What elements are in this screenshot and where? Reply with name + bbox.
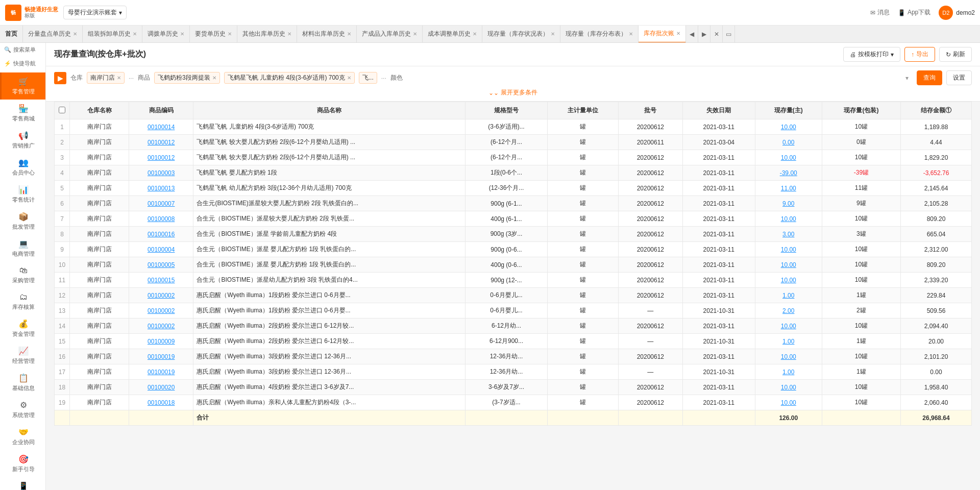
warehouse-dots[interactable]: ··· — [129, 75, 134, 82]
tab-close-btn[interactable]: ✕ — [710, 26, 723, 43]
sidebar-item-app-center[interactable]: 📱 应用中心 — [0, 477, 45, 490]
row-name: 合生元（BIOSTIME）派星幼儿配方奶粉 3段 乳铁蛋白的4... — [193, 273, 465, 288]
row-unit: 罐 — [547, 273, 618, 288]
close-icon[interactable]: ✕ — [676, 31, 680, 36]
sidebar-item-sys-mgmt[interactable]: ⚙ 系统管理 — [0, 396, 45, 423]
inventory-check-icon: 🗂 — [19, 292, 28, 302]
product-dots[interactable]: ··· — [381, 75, 386, 82]
sidebar-item-ops-mgmt[interactable]: 📈 经营管理 — [0, 342, 45, 369]
main-layout: 🔍 搜索菜单 ⚡ 快捷导航 🛒 零售管理 🏪 零售商城 📢 营销推广 👥 会员中… — [0, 43, 980, 490]
sidebar-item-marketing[interactable]: 📢 营销推广 — [0, 127, 45, 154]
close-icon[interactable]: ✕ — [73, 31, 77, 37]
sidebar-item-enterprise[interactable]: 🤝 企业协同 — [0, 423, 45, 450]
message-btn[interactable]: ✉ 消息 — [870, 8, 890, 17]
row-warehouse: 南岸门店 — [70, 257, 129, 273]
row-amount: 1,958.40 — [901, 380, 972, 395]
tab-active[interactable]: 库存批次账 ✕ — [639, 26, 686, 43]
tab-menu-btn[interactable]: ▭ — [723, 26, 735, 43]
tab-home[interactable]: 首页 — [0, 26, 23, 43]
tab-7[interactable]: 产成品入库单历史 ✕ — [357, 26, 423, 43]
sidebar-search[interactable]: 🔍 搜索菜单 — [0, 43, 45, 57]
row-batch: — — [618, 364, 682, 380]
template-print-btn[interactable]: 🖨 按模板打印 ▾ — [843, 47, 900, 62]
sidebar-item-inventory-check[interactable]: 🗂 库存核算 — [0, 288, 45, 315]
app-download-btn[interactable]: 📱 App下载 — [898, 8, 930, 17]
row-unit: 罐 — [547, 165, 618, 181]
close-icon[interactable]: ✕ — [228, 31, 232, 37]
sidebar-item-wholesale-mgmt[interactable]: 📦 批发管理 — [0, 208, 45, 235]
tab-3[interactable]: 调拨单历史 ✕ — [142, 26, 190, 43]
row-amount: 2,339.20 — [901, 273, 972, 288]
row-amount: -3,652.76 — [901, 165, 972, 181]
close-icon[interactable]: ✕ — [212, 75, 216, 81]
tab-4[interactable]: 要货单历史 ✕ — [190, 26, 237, 43]
tab-8[interactable]: 成本调整单历史 ✕ — [423, 26, 482, 43]
close-icon[interactable]: ✕ — [133, 31, 137, 37]
row-code: 00100002 — [129, 303, 193, 318]
sidebar-item-retail-stats[interactable]: 📊 零售统计 — [0, 181, 45, 208]
close-icon[interactable]: ✕ — [180, 31, 184, 37]
th-amount: 结存金额① — [901, 102, 972, 119]
close-icon[interactable]: ✕ — [413, 31, 417, 37]
filter-expand-arrow[interactable]: ▶ — [54, 72, 66, 84]
tab-next-btn[interactable]: ▶ — [698, 26, 710, 43]
expand-more-btn[interactable]: ⌄⌄ 展开更多条件 — [54, 88, 972, 97]
user-menu[interactable]: D2 demo2 — [939, 6, 975, 20]
row-num: 2 — [55, 135, 70, 150]
tab-1[interactable]: 分量盘点单历史 ✕ — [23, 26, 83, 43]
row-name: 飞鹤星飞帆 幼儿配方奶粉 3段(12-36个月幼儿适用) 700克 — [193, 181, 465, 196]
sidebar-item-retail-mgmt[interactable]: 🛒 零售管理 — [0, 72, 45, 100]
row-name: 飞鹤星飞帆 较大婴儿配方奶粉 2段(6-12个月婴幼儿适用) ... — [193, 150, 465, 165]
close-icon[interactable]: ✕ — [473, 31, 477, 37]
row-spec: 0-6月婴儿... — [465, 288, 548, 303]
row-amount: 0.00 — [901, 364, 972, 380]
row-expire: 2021-03-11 — [683, 257, 755, 273]
close-icon[interactable]: ✕ — [347, 31, 351, 37]
close-icon[interactable]: ✕ — [629, 31, 633, 37]
product-tag-2[interactable]: 飞鹤星飞帆 儿童奶粉 4段(3-6岁适用) 700克 ✕ — [224, 72, 355, 84]
product-tag-more[interactable]: 飞... — [359, 72, 377, 84]
query-btn[interactable]: 查询 — [917, 70, 942, 85]
tab-2[interactable]: 组装拆卸单历史 ✕ — [83, 26, 142, 43]
row-name: 飞鹤星飞帆 较大婴儿配方奶粉 2段(6-12个月婴幼儿适用) ... — [193, 135, 465, 150]
row-code: 00100019 — [129, 364, 193, 380]
refresh-icon: ↻ — [946, 51, 951, 58]
sidebar-item-retail-store[interactable]: 🏪 零售商城 — [0, 100, 45, 127]
close-icon[interactable]: ✕ — [551, 31, 555, 37]
tab-prev-btn[interactable]: ◀ — [686, 26, 698, 43]
sidebar-item-new-guide[interactable]: 🎯 新手引导 — [0, 450, 45, 477]
product-tag-1[interactable]: 飞鹤奶粉3段两提装 ✕ — [154, 72, 220, 84]
warehouse-filter-label: 仓库 — [70, 74, 83, 82]
close-icon[interactable]: ✕ — [347, 75, 351, 81]
close-icon[interactable]: ✕ — [287, 31, 291, 37]
table-wrapper: 仓库名称 商品编码 商品名称 规格型号 主计量单位 批号 失效日期 现存量(主)… — [46, 102, 980, 490]
sidebar-quicknav[interactable]: ⚡ 快捷导航 — [0, 57, 45, 70]
sidebar-item-ecommerce-mgmt[interactable]: 💻 电商管理 — [0, 235, 45, 262]
th-code: 商品编码 — [129, 102, 193, 119]
row-qty-pkg: 1罐 — [822, 334, 900, 349]
tab-6[interactable]: 材料出库单历史 ✕ — [297, 26, 357, 43]
table-body: 1 南岸门店 00100014 飞鹤星飞帆 儿童奶粉 4段(3-6岁适用) 70… — [55, 119, 972, 410]
select-all-checkbox[interactable] — [59, 107, 65, 113]
row-name: 惠氏启醒（Wyeth illuma）4段奶粉 爱尔兰进口 3-6岁及7... — [193, 380, 465, 395]
refresh-btn[interactable]: ↻ 刷新 — [939, 47, 972, 62]
sidebar-item-purchase-mgmt[interactable]: 🛍 采购管理 — [0, 262, 45, 288]
export-btn[interactable]: ↑ 导出 — [904, 47, 935, 62]
tab-5[interactable]: 其他出库单历史 ✕ — [237, 26, 297, 43]
header-actions: 🖨 按模板打印 ▾ ↑ 导出 ↻ 刷新 — [843, 47, 972, 62]
row-qty: 10.00 — [755, 273, 822, 288]
sidebar-item-member-center[interactable]: 👥 会员中心 — [0, 154, 45, 181]
settings-btn[interactable]: 设置 — [946, 70, 972, 85]
logo-icon: 畅 — [5, 5, 21, 21]
table-row: 18 南岸门店 00100020 惠氏启醒（Wyeth illuma）4段奶粉 … — [55, 380, 972, 395]
sidebar-item-finance-mgmt[interactable]: 💰 资金管理 — [0, 315, 45, 342]
row-batch: 20200612 — [618, 165, 682, 181]
row-spec: 400g (0-6... — [465, 257, 548, 273]
tab-9[interactable]: 现存量（库存状况表） ✕ — [482, 26, 560, 43]
sidebar-item-basic-info[interactable]: 📋 基础信息 — [0, 369, 45, 396]
row-unit: 罐 — [547, 150, 618, 165]
close-icon[interactable]: ✕ — [117, 75, 121, 81]
account-selector[interactable]: 母婴行业演示账套 ▾ — [63, 6, 127, 19]
warehouse-tag-1[interactable]: 南岸门店 ✕ — [87, 72, 125, 84]
tab-10[interactable]: 现存量（库存分布表） ✕ — [560, 26, 639, 43]
